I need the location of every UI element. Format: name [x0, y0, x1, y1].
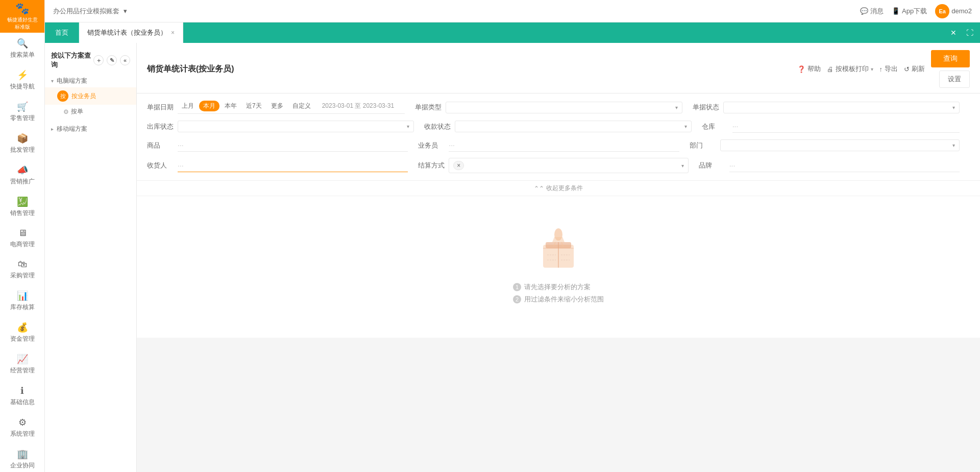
refresh-icon: ↺	[904, 65, 910, 73]
export-icon: ↑	[879, 65, 883, 73]
empty-icon	[533, 227, 584, 273]
settlement-select[interactable]: × ▾	[449, 158, 688, 173]
app-name-label: 办公用品行业模拟账套	[53, 7, 119, 16]
department-select[interactable]: ▾	[720, 139, 960, 151]
tip1-text: 请先选择要分析的方案	[524, 282, 591, 292]
sidebar-item-retail[interactable]: 🛒 零售管理	[0, 96, 45, 128]
sidebar-item-inventory[interactable]: 📊 库存核算	[0, 285, 45, 317]
sidebar-item-search-label: 搜索菜单	[10, 51, 35, 59]
doc-type-select[interactable]: ▾	[446, 102, 682, 113]
page-title: 销货单统计表(按业务员)	[147, 64, 234, 75]
message-button[interactable]: 💬 消息	[860, 7, 884, 16]
scheme-item-salesperson[interactable]: 按 按业务员	[45, 87, 136, 105]
refresh-label: 刷新	[912, 64, 925, 74]
date-filters: 上月 本月 本年 近7天 更多 自定义	[178, 101, 315, 111]
tip2-num: 2	[513, 295, 521, 303]
add-scheme-button[interactable]: ＋	[93, 55, 104, 65]
date-btn-this-month[interactable]: 本月	[199, 101, 219, 111]
logo-subtext: 标准版	[15, 23, 30, 31]
print-dropdown-arrow: ▾	[871, 66, 873, 72]
logo-icon: 🐾	[15, 2, 29, 15]
setting-button[interactable]: 设置	[939, 70, 970, 88]
out-status-arrow: ▾	[407, 124, 409, 129]
goods-field[interactable]: ···	[178, 139, 408, 152]
sidebar-item-finance[interactable]: 💰 资金管理	[0, 317, 45, 348]
sidebar-item-purchase-label: 采购管理	[10, 271, 35, 280]
doc-status-select[interactable]: ▾	[723, 102, 960, 113]
sidebar-item-operations[interactable]: 📈 经营管理	[0, 348, 45, 380]
out-status-label: 出库状态	[147, 122, 178, 131]
out-status-select[interactable]: ▾	[178, 121, 414, 132]
sidebar-item-quicknav[interactable]: ⚡ 快捷导航	[0, 64, 45, 96]
sidebar-item-purchase[interactable]: 🛍 采购管理	[0, 254, 45, 285]
sidebar-item-retail-label: 零售管理	[10, 114, 35, 123]
left-panel-header: 按以下方案查询 ＋ ✎ «	[45, 48, 136, 73]
brand-field[interactable]: ···	[729, 159, 960, 172]
print-label: 按模板打印	[836, 64, 869, 74]
user-menu[interactable]: Ea demo2	[935, 4, 972, 18]
edit-scheme-button[interactable]: ✎	[107, 55, 117, 65]
sidebar-item-finance-label: 资金管理	[10, 335, 35, 343]
window-close-button[interactable]: ✕	[947, 27, 960, 39]
date-btn-this-year[interactable]: 本年	[220, 101, 241, 111]
empty-tip-1: 1 请先选择要分析的方案	[513, 282, 604, 292]
consignee-dots: ···	[178, 161, 408, 170]
empty-illustration	[533, 227, 584, 274]
retail-icon: 🛒	[17, 101, 28, 112]
warehouse-field[interactable]: ···	[732, 120, 960, 133]
user-name-label: demo2	[951, 7, 972, 15]
consignee-field[interactable]: ···	[178, 159, 408, 172]
doc-status-arrow: ▾	[952, 105, 955, 110]
collapse-filters-button[interactable]: ⌃⌃ 收起更多条件	[137, 181, 980, 196]
date-btn-more[interactable]: 更多	[267, 101, 287, 111]
window-expand-button[interactable]: ⛶	[964, 27, 976, 39]
export-label: 导出	[885, 64, 898, 74]
query-button[interactable]: 查询	[931, 50, 970, 67]
date-btn-7days[interactable]: 近7天	[242, 101, 266, 111]
purchase-icon: 🛍	[18, 259, 27, 270]
tab-sales-stats[interactable]: 销货单统计表（按业务员） ×	[79, 22, 183, 43]
tab-close-button[interactable]: ×	[171, 29, 175, 36]
sidebar-item-sales-label: 销售管理	[10, 209, 35, 218]
tree-section-mobile-header[interactable]: ▸ 移动端方案	[45, 123, 136, 135]
sidebar-item-enterprise[interactable]: 🏢 企业协同	[0, 443, 45, 472]
enterprise-icon: 🏢	[17, 449, 28, 460]
tab-sales-stats-label: 销货单统计表（按业务员）	[87, 28, 167, 37]
tab-home[interactable]: 首页	[45, 22, 79, 43]
avatar: Ea	[935, 4, 949, 18]
salesperson-field[interactable]: ···	[449, 139, 679, 152]
settlement-value: ×	[457, 162, 460, 169]
sidebar-item-sales[interactable]: 💹 销售管理	[0, 191, 45, 223]
sidebar-item-ecommerce[interactable]: 🖥 电商管理	[0, 223, 45, 254]
warehouse-label: 仓库	[702, 122, 732, 131]
app-download-label: App下载	[902, 7, 927, 16]
mobile-section-arrow: ▸	[51, 126, 54, 132]
brand-label: 品牌	[699, 161, 729, 170]
tree-section-pc-header[interactable]: ▾ 电脑端方案	[45, 75, 136, 87]
svg-marker-5	[552, 237, 565, 242]
sidebar-item-basicinfo[interactable]: ℹ 基础信息	[0, 380, 45, 412]
payment-status-select[interactable]: ▾	[455, 121, 691, 132]
help-button[interactable]: ❓ 帮助	[797, 64, 821, 74]
sidebar-item-wholesale[interactable]: 📦 批发管理	[0, 128, 45, 159]
print-button[interactable]: 🖨 按模板打印 ▾	[827, 64, 873, 74]
tip2-text: 用过滤条件来缩小分析范围	[524, 295, 604, 304]
refresh-button[interactable]: ↺ 刷新	[904, 64, 925, 74]
sidebar-item-system[interactable]: ⚙ 系统管理	[0, 412, 45, 443]
goods-label: 商品	[147, 141, 178, 150]
topbar-dropdown-arrow[interactable]: ▾	[124, 7, 127, 15]
payment-status-arrow: ▾	[684, 124, 687, 129]
settlement-clear-tag[interactable]: ×	[453, 161, 464, 170]
sidebar-item-search[interactable]: 🔍 搜索菜单	[0, 33, 45, 64]
doc-type-arrow: ▾	[675, 105, 678, 110]
collapse-panel-button[interactable]: «	[120, 55, 130, 65]
left-panel-actions: ＋ ✎ «	[93, 55, 130, 65]
scheme-item-byorder[interactable]: ⚙ 按单	[45, 105, 136, 119]
sidebar-item-marketing[interactable]: 📣 营销推广	[0, 159, 45, 191]
date-btn-custom[interactable]: 自定义	[288, 101, 315, 111]
app-download-button[interactable]: 📱 App下载	[892, 7, 927, 16]
scheme-icon-salesperson: 按	[57, 90, 68, 102]
export-button[interactable]: ↑ 导出	[879, 64, 898, 74]
date-btn-last-month[interactable]: 上月	[178, 101, 198, 111]
sidebar-item-system-label: 系统管理	[10, 430, 35, 438]
